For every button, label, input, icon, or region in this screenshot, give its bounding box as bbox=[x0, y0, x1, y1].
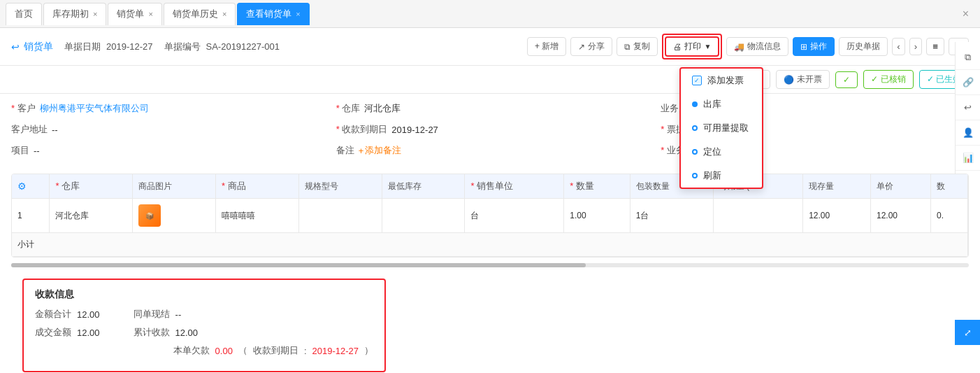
subtotal-label: 小计 bbox=[12, 233, 968, 257]
debt-note: （ bbox=[238, 344, 247, 357]
col-settings[interactable]: ⚙ bbox=[12, 174, 50, 199]
due-date-value: 2019-12-27 bbox=[312, 346, 359, 356]
payment-section-wrapper: 收款信息 金额合计 12.00 同单现结 -- 成交金额 12.00 累计收款 bbox=[0, 267, 980, 373]
deal-amount-field: 成交金额 12.00 bbox=[35, 326, 100, 339]
share-button[interactable]: ↗ 分享 bbox=[570, 37, 612, 56]
col-unit: 销售单位 bbox=[465, 174, 564, 199]
add-invoice-item[interactable]: ✓ 添加发票 bbox=[681, 69, 762, 92]
logistics-button[interactable]: 🚚 物流信息 bbox=[726, 37, 788, 56]
cumulative-field: 累计收款 12.00 bbox=[134, 326, 199, 339]
project-field: 项目 -- bbox=[11, 144, 319, 157]
new-button[interactable]: + 新增 bbox=[527, 37, 566, 56]
col-stock: 现存量 bbox=[803, 174, 871, 199]
check-button[interactable]: ✓ bbox=[835, 71, 858, 88]
check-icon: ✓ bbox=[843, 75, 850, 85]
sidebar-user-icon[interactable]: 👤 bbox=[956, 120, 981, 146]
locate-item[interactable]: 定位 bbox=[681, 140, 762, 164]
tab-bar: 首页 库存期初 × 销货单 × 销货单历史 × 查看销货单 × × bbox=[0, 0, 980, 28]
history-button[interactable]: 历史单据 bbox=[839, 37, 888, 56]
tab-home[interactable]: 首页 bbox=[6, 3, 42, 25]
outbound-label: 出库 bbox=[703, 98, 721, 111]
col-warehouse: 仓库 bbox=[50, 174, 133, 199]
customer-field: 客户 柳州粤港平安气体有限公司 bbox=[11, 102, 319, 115]
amount-value: 12.00 bbox=[77, 309, 100, 320]
project-label: 项目 bbox=[11, 144, 29, 157]
effective-check-icon: ✓ bbox=[927, 74, 934, 84]
print-button[interactable]: 🖨 打印 ▼ bbox=[665, 36, 719, 57]
col-spec: 规格型号 bbox=[298, 174, 382, 199]
product-image: 📦 bbox=[138, 204, 161, 227]
row-min-stock bbox=[382, 199, 465, 233]
circle-outline-icon-2 bbox=[692, 149, 698, 155]
address-field: 客户地址 -- bbox=[11, 123, 319, 136]
row-warehouse: 河北仓库 bbox=[50, 199, 133, 233]
table-row: 1 河北仓库 📦 嘻嘻嘻嘻 台 1.00 1台 12.00 12.00 0. bbox=[12, 199, 968, 233]
col-amount: 数 bbox=[930, 174, 967, 199]
note-label: 备注 bbox=[336, 144, 354, 157]
current-debt-value: 0.00 bbox=[215, 346, 233, 356]
print-dropdown-icon: ▼ bbox=[704, 43, 711, 50]
sold-button[interactable]: ✓ 已核销 bbox=[863, 70, 913, 89]
due-date-label: 收款到期日 bbox=[253, 344, 298, 357]
tab-sales-history[interactable]: 销货单历史 × bbox=[164, 3, 236, 25]
view-list-button[interactable]: ≡ bbox=[926, 38, 944, 55]
print-button-highlight: 🖨 打印 ▼ bbox=[662, 34, 722, 59]
copy-button[interactable]: ⧉ 复制 bbox=[617, 37, 658, 56]
share-icon: ↗ bbox=[578, 42, 585, 52]
next-button[interactable]: › bbox=[909, 38, 922, 55]
col-product: 商品 bbox=[216, 174, 299, 199]
customer-value[interactable]: 柳州粤港平安气体有限公司 bbox=[40, 102, 149, 115]
plus-icon: + bbox=[359, 146, 364, 156]
tab-view-sales[interactable]: 查看销货单 × bbox=[237, 3, 309, 25]
sales-order-icon: ↩ bbox=[11, 41, 20, 52]
refresh-item[interactable]: 刷新 bbox=[681, 164, 762, 188]
close-tab-inventory[interactable]: × bbox=[93, 10, 97, 18]
sidebar-link-icon[interactable]: 🔗 bbox=[956, 70, 981, 95]
outbound-item[interactable]: 出库 bbox=[681, 92, 762, 116]
note-field: 备注 + 添加备注 bbox=[336, 144, 644, 157]
doc-type-label: 销货单 bbox=[24, 41, 53, 53]
deal-amount-label: 成交金额 bbox=[35, 326, 71, 339]
address-value: -- bbox=[52, 125, 58, 135]
tab-sales-order[interactable]: 销货单 × bbox=[108, 3, 161, 25]
sidebar-expand-button[interactable]: ⤢ bbox=[955, 320, 980, 345]
row-quantity: 1.00 bbox=[564, 199, 630, 233]
copy-icon: ⧉ bbox=[624, 42, 630, 52]
row-stock: 12.00 bbox=[803, 199, 871, 233]
right-sidebar: ⧉ 🔗 ↩ 👤 📊 bbox=[955, 42, 980, 174]
operate-button[interactable]: ⊞ 操作 bbox=[793, 37, 835, 56]
add-note-button[interactable]: + 添加备注 bbox=[359, 144, 402, 157]
doc-date-label: 单据日期 2019-12-27 bbox=[64, 41, 153, 53]
customer-label: 客户 bbox=[11, 102, 36, 115]
sidebar-refresh-icon[interactable]: ↩ bbox=[956, 95, 981, 120]
settings-icon[interactable]: ⚙ bbox=[17, 181, 27, 192]
tab-inventory-init[interactable]: 库存期初 × bbox=[43, 3, 106, 25]
not-open-button[interactable]: 🔵 未开票 bbox=[776, 70, 830, 89]
cumulative-label: 累计收款 bbox=[134, 326, 170, 339]
deal-amount-value: 12.00 bbox=[77, 328, 100, 338]
sidebar-chart-icon[interactable]: 📊 bbox=[956, 146, 981, 171]
col-quantity: 数量 bbox=[564, 174, 630, 199]
close-tab-sales-history[interactable]: × bbox=[222, 10, 226, 18]
sidebar-copy-icon[interactable]: ⧉ bbox=[956, 45, 981, 70]
form-row-2: 客户地址 -- 收款到期日 2019-12-27 票据类型 不开票 bbox=[11, 123, 969, 136]
payment-row-2: 成交金额 12.00 累计收款 12.00 bbox=[35, 326, 373, 339]
doc-meta: 单据日期 2019-12-27 单据编号 SA-20191227-001 bbox=[64, 41, 280, 53]
locate-label: 定位 bbox=[703, 146, 721, 158]
sold-check-icon: ✓ bbox=[871, 74, 878, 84]
product-table-container: ⚙ 仓库 商品图片 商品 规格型号 最低库存 销售单位 数量 包装数量 可用量 … bbox=[11, 174, 969, 258]
operate-dropdown: ✓ 添加发票 出库 可用量提取 定位 刷新 bbox=[679, 67, 763, 189]
avail-extract-item[interactable]: 可用量提取 bbox=[681, 116, 762, 140]
doc-actions: + 新增 ↗ 分享 ⧉ 复制 🖨 打印 ▼ 🚚 物流信息 ⊞ bbox=[527, 34, 969, 59]
main-content: ↩ 销货单 单据日期 2019-12-27 单据编号 SA-20191227-0… bbox=[0, 28, 980, 373]
doc-number-label: 单据编号 SA-20191227-001 bbox=[164, 41, 280, 53]
payment-section: 收款信息 金额合计 12.00 同单现结 -- 成交金额 12.00 累计收款 bbox=[22, 279, 386, 372]
close-tab-view-sales[interactable]: × bbox=[296, 10, 300, 18]
prev-button[interactable]: ‹ bbox=[892, 38, 905, 55]
same-order-label: 同单现结 bbox=[134, 308, 170, 321]
close-window-button[interactable]: × bbox=[957, 5, 974, 23]
col-price: 单价 bbox=[871, 174, 931, 199]
payment-date-label: 收款到期日 bbox=[336, 123, 388, 136]
close-tab-sales-order[interactable]: × bbox=[148, 10, 152, 18]
warehouse-field: 仓库 河北仓库 bbox=[336, 102, 644, 115]
